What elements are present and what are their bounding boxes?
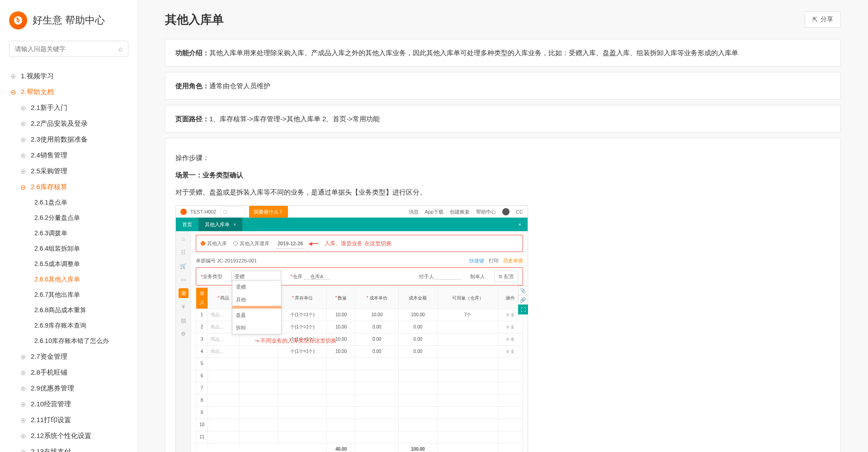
steps-block: 操作步骤： 场景一：业务类型确认 对于受赠、盘盈或是拆装入库等不同的业务，是通过…: [165, 138, 841, 452]
plus-icon: ⊕: [19, 120, 27, 128]
nav-2-4[interactable]: ⊕2.4销售管理: [9, 147, 128, 163]
nav-2-1[interactable]: ⊕2.1新手入门: [9, 100, 128, 116]
nav-video-learning[interactable]: ⊕1.视频学习: [9, 68, 128, 84]
money-icon: ¥: [179, 302, 189, 312]
nav-2-7[interactable]: ⊕2.7资金管理: [9, 349, 128, 365]
shot-action-btn: 我要做什么？: [249, 206, 288, 218]
nav-2-6-6[interactable]: 2.6.6其他入库单: [9, 272, 128, 287]
nav-2-6[interactable]: ⊖2.6库存核算: [9, 179, 128, 195]
search-icon[interactable]: ⌕: [118, 45, 123, 53]
steps-heading: 操作步骤：: [175, 151, 830, 165]
scenario-1-text: 对于受赠、盘盈或是拆装入库等不同的业务，是通过单据头【业务类型】进行区分。: [175, 186, 830, 199]
plus-icon: ⊕: [19, 167, 27, 176]
shot-link-msg: 消息: [409, 207, 419, 217]
shot-quick: 快捷键: [469, 256, 484, 266]
shot-link-create: 创建账套: [450, 207, 470, 217]
shot-filter-row: *业务类型 受赠 受赠 其他 盘盈 拆卸: [196, 267, 523, 285]
plus-icon: ⊕: [19, 432, 27, 440]
shot-meta-row: 单据编号 JC-20191226-001 快捷键 打印 历史单据: [196, 252, 523, 267]
nav-2-6-7[interactable]: 2.6.7其他出库单: [9, 287, 128, 303]
radio-on-icon: [201, 241, 205, 246]
logo-text: 好生意 帮助中心: [33, 14, 105, 27]
plus-icon: ⊕: [19, 416, 27, 424]
shot-hist: 历史单据: [503, 256, 523, 266]
nav-2-9[interactable]: ⊕2.9优惠券管理: [9, 381, 128, 396]
link-icon: 🔗: [518, 295, 528, 305]
plus-icon: ⊕: [19, 104, 27, 112]
plus-icon: ⊕: [19, 353, 27, 361]
nav-2-11[interactable]: ⊕2.11打印设置: [9, 412, 128, 428]
cart-icon: 🛒: [179, 261, 189, 271]
shot-tenant: TEST-H002: [190, 207, 216, 217]
nav-2-3[interactable]: ⊕2.3使用前数据准备: [9, 132, 128, 147]
path-text: 1、库存核算->库存管理->其他入库单 2、首页->常用功能: [209, 115, 380, 123]
plus-icon: ⊕: [19, 136, 27, 144]
shot-side-nav: ⌂ ☷ 🛒 ▭ ⊞ ¥ ▤ ⚙: [176, 231, 191, 452]
nav-help-docs[interactable]: ⊖2.帮助文档: [9, 84, 128, 100]
nav-2-13[interactable]: ⊕2.13在线支付: [9, 444, 128, 452]
shot-tabs: 首页 其他入库单× ×: [176, 218, 528, 231]
shot-tab-home: 首页: [176, 218, 198, 231]
nav-2-6-1[interactable]: 2.6.1盘点单: [9, 195, 128, 210]
nav-2-6-5[interactable]: 2.6.5成本调整单: [9, 257, 128, 272]
shot-date: 2019-12-26: [276, 238, 305, 249]
shot-tab-current: 其他入库单×: [198, 218, 242, 231]
gear-icon: ⚙ 配置: [494, 271, 518, 282]
shot-biztype-dropdown: 受赠 受赠 其他 盘盈 拆卸: [231, 271, 281, 282]
share-button[interactable]: ⇱ 分享: [805, 11, 841, 28]
nav-2-6-8[interactable]: 2.6.8商品成本重算: [9, 303, 128, 318]
shot-type-row: 其他入库 其他入库退库 2019-12-26 ◀━━ 入库、退货业务 在这里切换: [196, 235, 523, 252]
bag-icon: ☷: [179, 247, 189, 257]
nav-2-2[interactable]: ⊕2.2产品安装及登录: [9, 116, 128, 132]
nav-2-6-10[interactable]: 2.6.10库存账本错了怎么办: [9, 333, 128, 349]
plus-icon: ⊕: [19, 152, 27, 160]
nav-2-5[interactable]: ⊕2.5采购管理: [9, 163, 128, 179]
nav-2-6-9[interactable]: 2.6.9库存账本查询: [9, 318, 128, 333]
minus-icon: ⊖: [19, 183, 27, 191]
nav-2-8[interactable]: ⊕2.8手机旺铺: [9, 365, 128, 381]
plus-icon: ⊕: [19, 400, 27, 409]
shot-dropdown-popup: 受赠 其他 盘盈 拆卸: [232, 280, 282, 334]
plus-icon: ⊕: [19, 385, 27, 393]
shot-link-app: App下载: [425, 207, 444, 217]
shot-user: CC: [516, 207, 523, 217]
role-label: 使用角色：: [175, 82, 209, 90]
search-input[interactable]: [9, 41, 128, 57]
intro-panel: 功能介绍：其他入库单用来处理除采购入库、产成品入库之外的其他入库业务，因此其他入…: [165, 39, 841, 67]
arrow-icon: ◀━━: [308, 238, 318, 248]
nav-2-12[interactable]: ⊕2.12系统个性化设置: [9, 428, 128, 444]
close-icon: ×: [233, 219, 236, 229]
inventory-icon: ⊞: [179, 288, 189, 298]
sidebar: 好生意 帮助中心 ⌕ ⊕1.视频学习 ⊖2.帮助文档 ⊕2.1新手入门 ⊕2.2…: [0, 0, 138, 452]
shot-link-help: 帮助中心: [476, 207, 496, 217]
logo[interactable]: 好生意 帮助中心: [9, 11, 128, 29]
scenario-1-title: 场景一：业务类型确认: [175, 168, 830, 182]
shot-topbar: TEST-H002 Q 我要做什么？ 消息 App下载 创建账套 帮助中心 CC: [176, 206, 528, 218]
nav-2-6-2[interactable]: 2.6.2分量盘点单: [9, 210, 128, 226]
minus-icon: ⊖: [9, 88, 17, 96]
box-icon: ▭: [179, 275, 189, 285]
shot-print: 打印: [489, 256, 499, 266]
intro-text: 其他入库单用来处理除采购入库、产成品入库之外的其他入库业务，因此其他入库单可处理…: [209, 49, 738, 57]
main-content: 其他入库单 ⇱ 分享 功能介绍：其他入库单用来处理除采购入库、产成品入库之外的其…: [138, 0, 868, 452]
nav-2-6-4[interactable]: 2.6.4组装拆卸单: [9, 241, 128, 257]
nav-2-6-3[interactable]: 2.6.3调拨单: [9, 226, 128, 241]
intro-label: 功能介绍：: [175, 49, 209, 57]
attach-icon: 📎: [518, 285, 528, 295]
report-icon: ▤: [179, 315, 189, 325]
screenshot-figure: TEST-H002 Q 我要做什么？ 消息 App下载 创建账套 帮助中心 CC: [175, 205, 830, 452]
shot-logo-icon: [180, 209, 187, 215]
plus-icon: ⊕: [19, 448, 27, 452]
role-panel: 使用角色：通常由仓管人员维护: [165, 72, 841, 100]
share-icon: ⇱: [812, 16, 818, 23]
path-panel: 页面路径：1、库存核算->库存管理->其他入库单 2、首页->常用功能: [165, 105, 841, 133]
path-label: 页面路径：: [175, 115, 209, 123]
expand-icon: ⛶: [518, 305, 528, 314]
nav-2-10[interactable]: ⊕2.10经营管理: [9, 396, 128, 412]
shot-side-tools: 📎 🔗 ⛶: [518, 285, 528, 314]
nav-tree: ⊕1.视频学习 ⊖2.帮助文档 ⊕2.1新手入门 ⊕2.2产品安装及登录 ⊕2.…: [9, 68, 128, 452]
plus-icon: ⊕: [9, 72, 17, 81]
radio-off-icon: [233, 241, 238, 246]
search-box: ⌕: [9, 41, 128, 57]
settings-icon: ⚙: [179, 329, 189, 339]
